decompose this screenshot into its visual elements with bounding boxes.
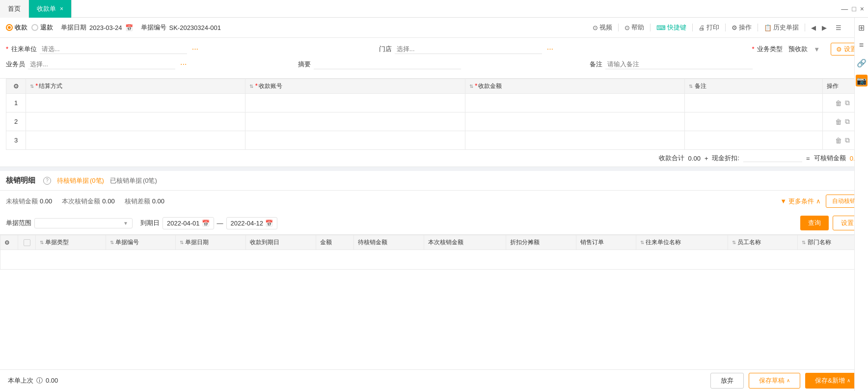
row-1-settlement[interactable] bbox=[26, 94, 245, 112]
discount-input[interactable] bbox=[743, 154, 802, 162]
nav-next-icon[interactable]: ▶ bbox=[822, 24, 827, 31]
filter-actions: 查询 设置 bbox=[800, 216, 862, 230]
col-settlement: ⇅ *结算方式 bbox=[26, 79, 245, 94]
row-3-account[interactable] bbox=[245, 131, 465, 150]
radio-receive[interactable]: 收款 bbox=[6, 23, 27, 32]
col-account: ⇅ *收款账号 bbox=[245, 79, 465, 94]
row-3-delete-icon[interactable]: 🗑 bbox=[835, 137, 842, 144]
number-field: 单据编号 SK-20230324-001 bbox=[141, 23, 221, 32]
remark-input[interactable] bbox=[605, 59, 753, 69]
row-2-amount[interactable] bbox=[465, 112, 684, 131]
counterparty-label: * 往来单位 bbox=[6, 45, 37, 54]
store-field: 门店 ··· bbox=[379, 44, 732, 54]
row-1-amount[interactable] bbox=[465, 94, 684, 112]
radio-refund[interactable]: 退款 bbox=[31, 23, 53, 32]
col-pending-verify: 待核销金额 bbox=[353, 235, 424, 250]
col-checkbox bbox=[18, 235, 36, 250]
row-1-copy-icon[interactable]: ⧉ bbox=[845, 99, 850, 107]
tab-current[interactable]: 收款单 × bbox=[29, 0, 72, 18]
bottom-table-area: ⚙ ⇅ 单据类型 ⇅ 单据编号 ⇅ 单据日期 收款到期日 金额 待核销金额 本次… bbox=[0, 235, 868, 270]
row-3-copy-icon[interactable]: ⧉ bbox=[845, 136, 850, 144]
close-icon[interactable]: × bbox=[860, 5, 864, 13]
help-btn[interactable]: ⊙ 帮助 bbox=[624, 23, 644, 32]
row-3-settlement[interactable] bbox=[26, 131, 245, 150]
print-btn[interactable]: 🖨 打印 bbox=[699, 23, 719, 32]
divider6 bbox=[805, 24, 805, 31]
store-more-btn[interactable]: ··· bbox=[547, 45, 553, 54]
query-button[interactable]: 查询 bbox=[800, 216, 829, 230]
panel-table-icon[interactable]: ⊞ bbox=[856, 22, 868, 33]
info-circle-icon[interactable]: ⓘ bbox=[36, 376, 43, 385]
right-panel: ⊞ ≡ 🔗 📷 bbox=[854, 18, 868, 391]
staff-input[interactable] bbox=[28, 59, 175, 69]
business-type-chevron[interactable]: ▼ bbox=[814, 46, 820, 53]
tab-home[interactable]: 首页 bbox=[0, 0, 29, 18]
row-1-delete-icon[interactable]: 🗑 bbox=[835, 99, 842, 107]
summary-input[interactable] bbox=[314, 59, 461, 69]
row-1-num: 1 bbox=[6, 94, 26, 112]
row-2-delete-icon[interactable]: 🗑 bbox=[835, 118, 842, 126]
row-3-amount[interactable] bbox=[465, 131, 684, 150]
col-remark: ⇅ 备注 bbox=[685, 79, 823, 94]
filter-icon: ▼ bbox=[780, 197, 787, 205]
tab-home-label: 首页 bbox=[8, 4, 21, 13]
col-amount: 金额 bbox=[316, 235, 354, 250]
stats-actions: ▼ 更多条件 ∧ 自动核销 bbox=[780, 195, 862, 208]
save-draft-button[interactable]: 保存草稿 ∧ bbox=[749, 373, 800, 389]
counterparty-more-btn[interactable]: ··· bbox=[192, 45, 198, 54]
table-row: 1 🗑 ⧉ bbox=[6, 94, 862, 112]
panel-link-icon[interactable]: 🔗 bbox=[856, 57, 868, 69]
operate-btn[interactable]: ⚙ 操作 bbox=[732, 23, 752, 32]
collect-total-value: 0.00 bbox=[688, 155, 701, 162]
col-due-date: 收款到期日 bbox=[245, 235, 316, 250]
save-new-button[interactable]: 保存&新增 ∧ bbox=[805, 373, 860, 389]
tab-close-icon[interactable]: × bbox=[60, 5, 63, 12]
calendar-icon[interactable]: 📅 bbox=[125, 24, 133, 31]
plus-sign: + bbox=[705, 155, 708, 162]
pending-tab[interactable]: 待核销单据 (0笔) bbox=[57, 176, 104, 185]
end-date-input[interactable]: 2022-04-12 📅 bbox=[226, 217, 278, 229]
col-doc-num: ⇅ 单据编号 bbox=[106, 235, 176, 250]
staff-more-btn[interactable]: ··· bbox=[180, 60, 187, 69]
form-area: * 往来单位 ··· 门店 ··· * 业务类型 预收款 ▼ ⚙ bbox=[0, 38, 868, 79]
panel-list-icon[interactable]: ≡ bbox=[856, 39, 868, 51]
abandon-button[interactable]: 放弃 bbox=[710, 373, 744, 389]
verify-diff: 核销差额 0.00 bbox=[125, 197, 164, 206]
col-doc-type: ⇅ 单据类型 bbox=[36, 235, 106, 250]
nav-prev-icon[interactable]: ◀ bbox=[811, 24, 816, 31]
history-btn[interactable]: 📋 历史单据 bbox=[764, 23, 799, 32]
list-view-icon[interactable]: ☰ bbox=[833, 22, 844, 33]
row-1-account[interactable] bbox=[245, 94, 465, 112]
verify-info-icon[interactable]: ? bbox=[43, 177, 51, 185]
empty-row bbox=[0, 250, 868, 270]
start-calendar-icon[interactable]: 📅 bbox=[202, 220, 210, 227]
end-calendar-icon[interactable]: 📅 bbox=[265, 220, 273, 227]
col-gear-bottom[interactable]: ⚙ bbox=[0, 235, 18, 250]
collect-total-label: 收款合计 bbox=[659, 154, 684, 163]
store-input[interactable] bbox=[395, 44, 542, 54]
store-label: 门店 bbox=[379, 45, 392, 54]
maximize-icon[interactable]: □ bbox=[852, 5, 856, 13]
number-label: 单据编号 bbox=[141, 23, 166, 32]
row-1-remark[interactable] bbox=[685, 94, 823, 112]
start-date-input[interactable]: 2022-04-01 📅 bbox=[163, 217, 214, 229]
row-2-account[interactable] bbox=[245, 112, 465, 131]
summary-field: 摘要 bbox=[298, 59, 570, 69]
col-gear-icon[interactable]: ⚙ bbox=[10, 83, 22, 90]
row-2-remark[interactable] bbox=[685, 112, 823, 131]
divider1 bbox=[618, 24, 619, 31]
header-checkbox[interactable] bbox=[24, 239, 30, 246]
row-2-settlement[interactable] bbox=[26, 112, 245, 131]
verified-tab[interactable]: 已核销单据 (0笔) bbox=[110, 176, 157, 185]
row-2-copy-icon[interactable]: ⧉ bbox=[845, 117, 850, 126]
more-conditions-btn[interactable]: ▼ 更多条件 ∧ bbox=[780, 197, 821, 206]
row-3-remark[interactable] bbox=[685, 131, 823, 150]
row-3-num: 3 bbox=[6, 131, 26, 150]
date-field: 单据日期 2023-03-24 📅 bbox=[61, 23, 133, 32]
minimize-icon[interactable]: — bbox=[841, 5, 848, 13]
counterparty-input[interactable] bbox=[40, 44, 187, 54]
range-select[interactable]: ▼ bbox=[34, 218, 133, 228]
panel-camera-icon[interactable]: 📷 bbox=[856, 75, 868, 86]
shortcut-btn[interactable]: ⌨ 快捷键 bbox=[656, 23, 686, 32]
video-btn[interactable]: ⊙ 视频 bbox=[593, 23, 612, 32]
